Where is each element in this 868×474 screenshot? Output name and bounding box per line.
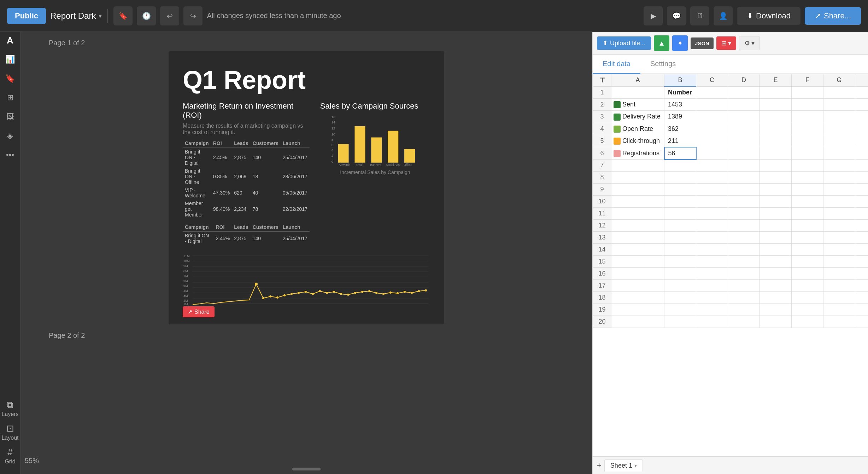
- cell-3b[interactable]: 1389: [664, 111, 696, 123]
- sidebar-font-icon[interactable]: A: [2, 32, 19, 49]
- cell-3a[interactable]: Delivery Rate: [611, 111, 664, 123]
- cell-5f[interactable]: [792, 135, 823, 147]
- cell-5d[interactable]: [728, 135, 760, 147]
- cell-2f[interactable]: [792, 99, 823, 111]
- cell-6a[interactable]: Registrations: [611, 147, 664, 160]
- cell-1h[interactable]: [855, 86, 868, 99]
- cell-4f[interactable]: [792, 123, 823, 135]
- cell-2c[interactable]: [696, 99, 728, 111]
- col-header-g[interactable]: G: [823, 74, 855, 87]
- cell-6h[interactable]: [855, 147, 868, 160]
- redo-button[interactable]: ↪: [183, 6, 203, 25]
- table-button[interactable]: ⊞ ▾: [716, 36, 736, 50]
- cell-6f[interactable]: [792, 147, 823, 160]
- public-button[interactable]: Public: [7, 8, 46, 24]
- screen-button[interactable]: 🖥: [690, 6, 709, 25]
- col-header-d[interactable]: D: [728, 74, 760, 87]
- col-header-f[interactable]: F: [792, 74, 823, 87]
- upload-button[interactable]: ⬆ Upload file...: [597, 36, 651, 50]
- spreadsheet[interactable]: ⊤ A B C D E F G H I 1: [593, 74, 868, 456]
- sidebar-table-icon[interactable]: ⊞: [2, 89, 19, 106]
- comment-button[interactable]: 💬: [667, 6, 686, 25]
- cell-5g[interactable]: [823, 135, 855, 147]
- cell-3f[interactable]: [792, 111, 823, 123]
- history-button[interactable]: 🕐: [137, 6, 156, 25]
- settings-gear-button[interactable]: ⚙ ▾: [739, 36, 760, 50]
- cell-5c[interactable]: [696, 135, 728, 147]
- add-sheet-button[interactable]: +: [597, 461, 602, 470]
- cell-1d[interactable]: [728, 86, 760, 99]
- cell-4c[interactable]: [696, 123, 728, 135]
- cell-3d[interactable]: [728, 111, 760, 123]
- svg-text:9M: 9M: [183, 264, 188, 268]
- cell-6d[interactable]: [728, 147, 760, 160]
- sidebar-item-layout[interactable]: ⊡ Layout: [0, 421, 20, 443]
- cell-4b[interactable]: 362: [664, 123, 696, 135]
- cell-1a[interactable]: [611, 86, 664, 99]
- cell-5e[interactable]: [760, 135, 792, 147]
- tab-edit-data[interactable]: Edit data: [593, 55, 640, 74]
- svg-text:5M: 5M: [183, 284, 188, 288]
- sidebar-item-grid[interactable]: # Grid: [0, 445, 20, 467]
- data-panel-toolbar: ⬆ Upload file... ▲ ✦ JSON ⊞ ▾ ⚙ ▾: [593, 32, 868, 55]
- report-dropdown-icon[interactable]: ▾: [99, 12, 102, 20]
- cell-2a[interactable]: Sent: [611, 99, 664, 111]
- sidebar-more-icon[interactable]: •••: [2, 146, 19, 163]
- table-row: 3 Delivery Rate 1389: [593, 111, 868, 123]
- col-header-b[interactable]: B: [664, 74, 696, 87]
- cell-6e[interactable]: [760, 147, 792, 160]
- share-button[interactable]: ↗ Share...: [805, 7, 861, 25]
- sidebar-item-layers[interactable]: ⧉ Layers: [0, 397, 20, 420]
- cell-2h[interactable]: [855, 99, 868, 111]
- cell-1g[interactable]: [823, 86, 855, 99]
- sidebar-chart-icon[interactable]: 📊: [2, 51, 19, 68]
- cell-1f[interactable]: [792, 86, 823, 99]
- cell-4e[interactable]: [760, 123, 792, 135]
- cell-2b[interactable]: 1453: [664, 99, 696, 111]
- google-drive-button[interactable]: ▲: [654, 35, 669, 51]
- sidebar-bookmark-icon[interactable]: 🔖: [2, 70, 19, 87]
- cell-4d[interactable]: [728, 123, 760, 135]
- cell-1c[interactable]: [696, 86, 728, 99]
- cell-5b[interactable]: 211: [664, 135, 696, 147]
- col-header-h[interactable]: H: [855, 74, 868, 87]
- cell-4h[interactable]: [855, 123, 868, 135]
- cell-6c[interactable]: [696, 147, 728, 160]
- cell-3c[interactable]: [696, 111, 728, 123]
- cell-6b-active[interactable]: 56: [664, 147, 696, 160]
- sheet-tab-chevron: ▾: [634, 463, 637, 468]
- col-header-e[interactable]: E: [760, 74, 792, 87]
- cell-4a[interactable]: Open Rate: [611, 123, 664, 135]
- canvas-area[interactable]: Page 1 of 2 Q1 Report Marketing Return o…: [20, 32, 592, 474]
- share-footer[interactable]: ↗ Share: [183, 306, 215, 317]
- cell-1b[interactable]: Number: [664, 86, 696, 99]
- json-button[interactable]: JSON: [691, 37, 714, 49]
- bookmark-button[interactable]: 🔖: [113, 6, 133, 25]
- cell-3e[interactable]: [760, 111, 792, 123]
- cell-5a[interactable]: Click-through: [611, 135, 664, 147]
- sidebar-image-icon[interactable]: 🖼: [2, 108, 19, 125]
- cell-4g[interactable]: [823, 123, 855, 135]
- cell-3g[interactable]: [823, 111, 855, 123]
- svg-rect-12: [388, 131, 398, 163]
- col-header-a[interactable]: A: [611, 74, 664, 87]
- col-headers-row: ⊤ A B C D E F G H I: [593, 74, 868, 87]
- cell-1e[interactable]: [760, 86, 792, 99]
- undo-button[interactable]: ↩: [160, 6, 179, 25]
- sheet-tab-1[interactable]: Sheet 1 ▾: [604, 459, 643, 472]
- svg-point-46: [291, 293, 293, 295]
- cell-6g[interactable]: [823, 147, 855, 160]
- sidebar-shapes-icon[interactable]: ◈: [2, 127, 19, 144]
- dropbox-button[interactable]: ✦: [672, 35, 688, 51]
- cell-2e[interactable]: [760, 99, 792, 111]
- users-button[interactable]: 👤: [714, 6, 733, 25]
- scrollbar-horizontal[interactable]: [292, 468, 321, 470]
- tab-settings[interactable]: Settings: [640, 55, 686, 74]
- col-header-c[interactable]: C: [696, 74, 728, 87]
- download-button[interactable]: ⬇ Download: [737, 7, 800, 25]
- cell-2g[interactable]: [823, 99, 855, 111]
- cell-2d[interactable]: [728, 99, 760, 111]
- present-button[interactable]: ▶: [644, 6, 663, 25]
- cell-3h[interactable]: [855, 111, 868, 123]
- cell-5h[interactable]: [855, 135, 868, 147]
